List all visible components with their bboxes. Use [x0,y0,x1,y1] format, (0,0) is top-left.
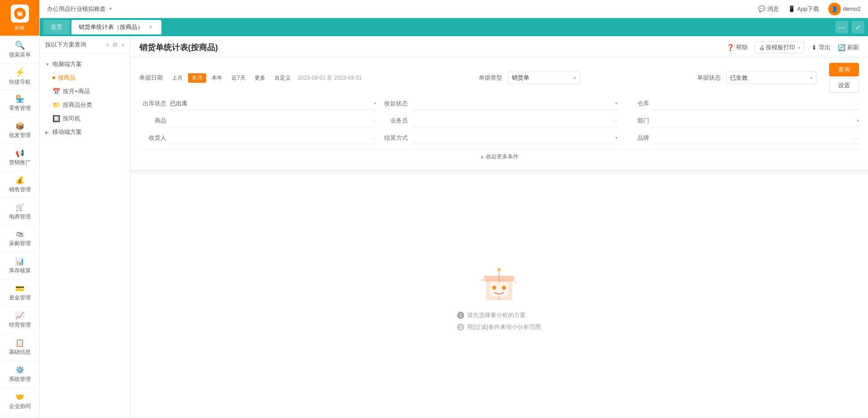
page-header-actions: ❓ 帮助 🖨 按模板打印 ▾ ⬇ 导出 🔄 刷新 [726,42,859,53]
print-icon: 🖨 [759,44,765,51]
doc-type-select[interactable]: 销货单 ▾ [508,71,580,84]
panel-actions: + ⚙ « [106,41,124,48]
tree-arrow-desktop: ▼ [45,62,51,67]
quick-nav-item[interactable]: ⚡ 快捷导航 [0,64,39,90]
collapse-panel-button[interactable]: « [121,41,124,48]
tree-item-by-driver[interactable]: 🔲 按司机 [40,112,130,125]
sidebar-item-operation[interactable]: 📈 经营管理 [0,307,39,334]
doc-type-value: 销货单 [512,74,529,82]
sales-icon: 💰 [15,176,24,185]
payment-method-arrow: ▾ [615,135,618,140]
message-button[interactable]: 💬 消息 [758,5,779,13]
svg-rect-5 [490,282,509,297]
sidebar-item-basic[interactable]: 📋 基础信息 [0,334,39,361]
brand-value-container[interactable]: ··· [653,132,859,144]
date-tab-more[interactable]: 更多 [251,73,269,83]
user-profile-button[interactable]: 👤 demo2 [828,3,861,15]
svg-point-11 [497,268,501,271]
tree-label-by-goods: 按商品 [58,74,124,82]
tree-item-by-goods[interactable]: 按商品 [40,71,130,85]
staff-label: 业务员 [381,117,408,125]
finance-label: 资金管理 [9,294,31,302]
settings-scheme-button[interactable]: ⚙ [112,41,118,48]
date-tab-thismonth[interactable]: 本月 [188,73,206,83]
tree-section-desktop[interactable]: ▼ 电脑端方案 [40,57,130,71]
doc-status-value: 已生效 [730,74,748,82]
wholesale-label: 批发管理 [9,132,31,139]
out-status-label: 出库状态 [139,100,166,108]
filter-row-2: 出库状态 已出库 ▾ 收款状态 ▾ 仓库 [139,97,859,110]
payment-status-value-container[interactable]: ▾ [411,97,618,110]
staff-value-container[interactable]: ··· [411,114,618,127]
warehouse-label: 仓库 [622,100,649,108]
query-button[interactable]: 查询 [829,63,859,76]
export-button[interactable]: ⬇ 导出 [811,43,830,52]
search-menu-item[interactable]: 🔍 搜索菜单 [0,36,39,64]
tree-section-mobile[interactable]: ▶ 移动端方案 [40,125,130,139]
out-status-value-container[interactable]: 已出库 ▾ [170,97,376,110]
export-label: 导出 [819,43,830,52]
sidebar-item-inventory[interactable]: 📊 库存核算 [0,252,39,280]
sidebar-item-newuser[interactable]: 🌱 新手引导 [0,415,39,418]
department-value-container[interactable]: ▾ [653,114,859,127]
title-dropdown-icon[interactable]: ▾ [109,6,112,12]
goods-field: 商品 ··· [139,114,376,127]
out-status-value: 已出库 [170,100,188,108]
system-icon: ⚙️ [15,366,24,374]
date-tab-lastmonth[interactable]: 上月 [168,73,186,83]
recipient-dots: ··· [371,134,376,142]
help-icon: ❓ [726,44,734,51]
add-scheme-button[interactable]: + [106,41,109,48]
print-button[interactable]: 🖨 按模板打印 ▾ [755,42,804,53]
ecommerce-icon: 🛒 [15,203,24,212]
export-icon: ⬇ [811,44,817,51]
tab-bar: 首页 销货单统计表（按商品） × — ⤢ [40,18,868,36]
date-tab-custom[interactable]: 自定义 [271,73,294,83]
warehouse-field: 仓库 ··· [622,97,859,110]
sidebar-item-ecommerce[interactable]: 🛒 电商管理 [0,199,39,226]
out-status-field: 出库状态 已出库 ▾ [139,97,376,110]
goods-value-container[interactable]: ··· [170,114,376,127]
sidebar-item-wholesale[interactable]: 📦 批发管理 [0,117,39,144]
sidebar-item-marketing[interactable]: 📢 营销推广 [0,144,39,171]
help-button[interactable]: ❓ 帮助 [726,43,748,52]
staff-field: 业务员 ··· [381,114,618,127]
settings-button[interactable]: 设置 [829,78,859,93]
tab-active[interactable]: 销货单统计表（按商品） × [71,20,161,34]
sidebar-item-system[interactable]: ⚙️ 系统管理 [0,361,39,388]
collapse-arrow: ∧ [480,154,484,160]
payment-method-label: 结算方式 [381,134,408,142]
refresh-button[interactable]: 🔄 刷新 [838,43,859,52]
search-label: 搜索菜单 [9,51,31,59]
sidebar: 畅 标账 🔍 搜索菜单 ⚡ 快捷导航 🏪 零售管理 📦 批发管理 📢 营销推广 … [0,0,40,418]
print-arrow: ▾ [798,45,800,50]
doc-status-select[interactable]: 已生效 ▾ [726,71,816,84]
payment-method-value-container[interactable]: ▾ [411,132,618,144]
tab-close-button[interactable]: × [147,24,154,31]
sidebar-item-finance[interactable]: 💳 资金管理 [0,280,39,307]
tab-home[interactable]: 首页 [43,20,70,34]
tree-item-by-category[interactable]: 📁 按商品分类 [40,98,130,112]
minimize-icon: — [839,24,845,31]
tab-maximize-button[interactable]: ⤢ [852,21,864,33]
sidebar-item-retail[interactable]: 🏪 零售管理 [0,90,39,117]
date-tab-7days[interactable]: 近7天 [228,73,249,83]
empty-state: ★ ✦ ✦ 1 请先选择要分析的方案 2 用[过滤]条件来缩小分析范围 [130,174,868,418]
recipient-label: 收货人 [139,134,166,142]
svg-point-9 [503,287,505,289]
date-tab-thisyear[interactable]: 本年 [208,73,226,83]
svg-text:★: ★ [480,277,484,282]
tab-active-label: 销货单统计表（按商品） [79,23,143,31]
tab-minimize-button[interactable]: — [835,21,848,33]
tree-item-by-month-goods[interactable]: 📅 按月+商品 [40,85,130,98]
collapse-bar[interactable]: ∧ 收起更多条件 [139,149,859,164]
recipient-value-container[interactable]: ··· [170,132,376,144]
sidebar-item-sales[interactable]: 💰 销售管理 [0,171,39,199]
tab-home-label: 首页 [51,23,62,31]
sidebar-item-purchase[interactable]: 🛍 采购管理 [0,226,39,252]
app-download-button[interactable]: 📱 App下载 [788,5,819,13]
tree-label-by-driver: 按司机 [63,114,124,123]
warehouse-value-container[interactable]: ··· [653,97,859,110]
sidebar-item-enterprise[interactable]: 🤝 企业协同 [0,388,39,415]
message-label: 消息 [767,5,779,13]
